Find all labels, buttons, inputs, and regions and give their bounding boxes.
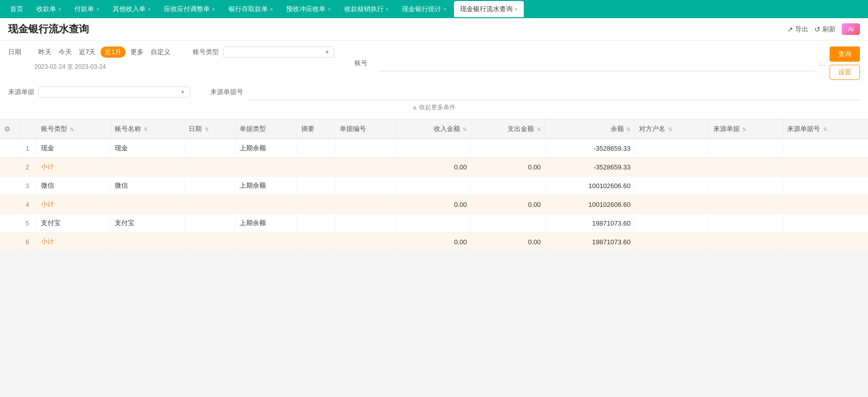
cell-counterparty-5: [635, 233, 709, 251]
cell-doc-no-5: [335, 233, 397, 251]
table-row[interactable]: 6 小计 0.00 0.00 19871073.60: [0, 233, 868, 251]
nav-tab-label-2: 其他收入单: [113, 5, 146, 14]
nav-tab-2[interactable]: 其他收入单 ×: [107, 1, 157, 17]
table-row[interactable]: 3 微信 微信 上期余额 100102606.60: [0, 177, 868, 195]
date-opt-7days[interactable]: 近7天: [77, 47, 98, 58]
cell-doc-no-4: [335, 214, 397, 233]
cell-income-0: [397, 139, 471, 158]
cell-doc-type-2: 上期余额: [235, 177, 297, 195]
col-source-doc[interactable]: 来源单据 ⇅: [709, 119, 783, 139]
cell-summary-5: [297, 233, 335, 251]
close-icon-5[interactable]: ×: [328, 6, 331, 12]
ai-button[interactable]: Ai: [842, 23, 860, 35]
query-button[interactable]: 查询: [830, 47, 860, 62]
data-table: ⚙ 账号类型 ⇅ 账号名称 ⇅ 日期 ⇅ 单据类型: [0, 119, 868, 251]
col-account-type[interactable]: 账号类型 ⇅: [36, 119, 110, 139]
cell-balance-2: 100102606.60: [545, 177, 634, 195]
nav-tab-8[interactable]: 现金银行流水查询 ×: [454, 1, 524, 17]
export-label: 导出: [795, 25, 808, 34]
cell-balance-4: 19871073.60: [545, 214, 634, 233]
cell-account-name-5: [110, 233, 184, 251]
source-doc-select[interactable]: ▼: [38, 86, 190, 98]
col-counterparty[interactable]: 对方户名 ⇅: [635, 119, 709, 139]
table-row[interactable]: 2 小计 0.00 0.00 -3528659.33: [0, 158, 868, 177]
date-opt-yesterday[interactable]: 昨天: [36, 47, 54, 58]
table-container: ⚙ 账号类型 ⇅ 账号名称 ⇅ 日期 ⇅ 单据类型: [0, 119, 868, 251]
col-expense[interactable]: 支出金额 ⇅: [471, 119, 545, 139]
cell-gear-4: [0, 214, 18, 233]
cell-num-1: 2: [18, 158, 36, 177]
cell-doc-no-3: [335, 195, 397, 214]
date-opt-today[interactable]: 今天: [57, 47, 74, 58]
cell-summary-1: [297, 158, 335, 177]
refresh-button[interactable]: ↺ 刷新: [814, 25, 836, 34]
col-account-type-label: 账号类型: [41, 125, 67, 133]
cell-date-4: [185, 214, 235, 233]
settings-button[interactable]: 设置: [830, 65, 860, 80]
close-icon-8[interactable]: ×: [515, 6, 518, 12]
account-input[interactable]: [379, 57, 814, 69]
nav-tab-7[interactable]: 现金银行统计 ×: [396, 1, 452, 17]
col-date[interactable]: 日期 ⇅: [185, 119, 235, 139]
source-doc-no-input[interactable]: [247, 86, 860, 98]
close-icon-3[interactable]: ×: [212, 6, 215, 12]
nav-tab-label-5: 预收冲应收单: [286, 5, 326, 14]
cell-date-0: [185, 139, 235, 158]
export-icon: ↗: [787, 25, 793, 33]
nav-bar: 首页 收款单 × 付款单 × 其他收入单 × 应收应付调整单 × 银行存取款单 …: [0, 0, 868, 18]
col-account-name[interactable]: 账号名称 ⇅: [110, 119, 184, 139]
col-gear: ⚙: [0, 119, 18, 139]
date-opt-custom[interactable]: 自定义: [149, 47, 172, 58]
nav-tab-0[interactable]: 收款单 ×: [30, 1, 67, 17]
sort-icon-source-doc-no: ⇅: [823, 126, 827, 132]
nav-tab-6[interactable]: 收款核销执行 ×: [338, 1, 395, 17]
nav-tab-label-4: 银行存取款单: [229, 5, 268, 14]
cell-balance-5: 19871073.60: [545, 233, 634, 251]
cell-num-2: 3: [18, 177, 36, 195]
date-opt-1month[interactable]: 近1月: [101, 47, 125, 58]
gear-icon[interactable]: ⚙: [4, 125, 11, 133]
close-icon-6[interactable]: ×: [386, 6, 389, 12]
account-type-select[interactable]: ▼: [223, 47, 334, 58]
cell-account-type-5: 小计: [36, 233, 110, 251]
nav-tab-4[interactable]: 银行存取款单 ×: [222, 1, 279, 17]
cell-doc-no-0: [335, 139, 397, 158]
export-button[interactable]: ↗ 导出: [787, 25, 808, 34]
account-dots-button[interactable]: ...: [819, 59, 826, 68]
cell-expense-3: 0.00: [471, 195, 545, 214]
table-row[interactable]: 4 小计 0.00 0.00 100102606.60: [0, 195, 868, 214]
cell-expense-2: [471, 177, 545, 195]
col-date-label: 日期: [189, 125, 202, 133]
table-row[interactable]: 1 现金 现金 上期余额 -3528659.33: [0, 139, 868, 158]
cell-summary-3: [297, 195, 335, 214]
date-filter-row: 日期 昨天 今天 近7天 近1月 更多 自定义: [8, 47, 172, 58]
close-icon-7[interactable]: ×: [443, 6, 446, 12]
col-source-doc-no[interactable]: 来源单据号 ⇅: [783, 119, 868, 139]
table-row[interactable]: 5 支付宝 支付宝 上期余额 19871073.60: [0, 214, 868, 233]
date-opt-more[interactable]: 更多: [128, 47, 146, 58]
nav-tab-1[interactable]: 付款单 ×: [68, 1, 105, 17]
nav-tab-5[interactable]: 预收冲应收单 ×: [280, 1, 337, 17]
collapse-bar[interactable]: ∧ 收起更多条件: [8, 100, 860, 113]
close-icon-2[interactable]: ×: [148, 6, 151, 12]
cell-account-name-4: 支付宝: [110, 214, 184, 233]
cell-income-1: 0.00: [397, 158, 471, 177]
cell-account-type-2: 微信: [36, 177, 110, 195]
cell-account-name-1: [110, 158, 184, 177]
cell-counterparty-2: [635, 177, 709, 195]
close-icon-4[interactable]: ×: [270, 6, 273, 12]
nav-home[interactable]: 首页: [4, 1, 29, 17]
close-icon-0[interactable]: ×: [58, 6, 61, 12]
sort-icon-account-type: ⇅: [70, 126, 74, 132]
cell-date-3: [185, 195, 235, 214]
col-balance[interactable]: 余额 ⇅: [545, 119, 634, 139]
action-buttons: 查询 设置: [830, 47, 860, 80]
cell-account-name-2: 微信: [110, 177, 184, 195]
col-income[interactable]: 收入金额 ⇅: [397, 119, 471, 139]
col-counterparty-label: 对方户名: [639, 125, 665, 133]
close-icon-1[interactable]: ×: [96, 6, 99, 12]
nav-tab-3[interactable]: 应收应付调整单 ×: [158, 1, 221, 17]
cell-num-5: 6: [18, 233, 36, 251]
nav-tab-label-8: 现金银行流水查询: [460, 5, 513, 14]
cell-account-name-3: [110, 195, 184, 214]
